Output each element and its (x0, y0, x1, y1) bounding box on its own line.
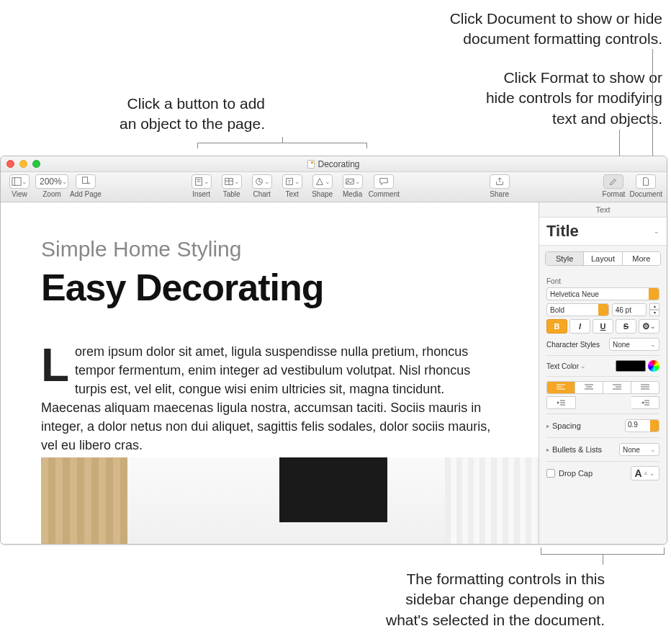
bullets-label: Bullets & Lists (552, 445, 602, 454)
media-button[interactable]: ⌄ Media (338, 174, 367, 198)
outdent-button[interactable] (546, 396, 576, 409)
text-button[interactable]: T⌄ Text (278, 174, 307, 198)
align-center-button[interactable] (575, 381, 603, 394)
table-button[interactable]: ⌄ Table (217, 174, 246, 198)
view-label: View (12, 190, 27, 198)
align-right-icon (613, 384, 621, 391)
paragraph-style-name: Title (546, 222, 579, 241)
document-icon (641, 176, 651, 187)
media-icon (345, 176, 355, 187)
body-paragraph[interactable]: orem ipsum dolor sit amet, ligula suspen… (41, 344, 490, 452)
align-justify-button[interactable] (631, 381, 659, 394)
svg-marker-13 (316, 179, 323, 185)
media-label: Media (343, 190, 362, 198)
toolbar: ⌄ View 200%⌄ Zoom + Add Page ⌄ Insert ⌄ … (1, 172, 667, 202)
text-label: Text (285, 190, 298, 198)
add-page-button[interactable]: + Add Page (70, 174, 102, 198)
bullets-disclosure[interactable]: ▸Bullets & Lists (546, 445, 602, 454)
chart-label: Chart (253, 190, 270, 198)
callout-format: Click Format to show orhide controls for… (445, 68, 662, 129)
add-page-label: Add Page (70, 190, 102, 198)
indent-spacer (576, 396, 631, 409)
tab-style[interactable]: Style (546, 252, 583, 265)
character-styles-value: None (613, 341, 630, 349)
share-button[interactable]: Share (485, 174, 514, 198)
document-label: Document (629, 190, 662, 198)
callout-bracket-toolbar (197, 143, 367, 148)
paragraph-style-picker[interactable]: Title ⌄ (539, 218, 667, 246)
spacing-disclosure[interactable]: ▸Spacing (546, 421, 581, 430)
document-page[interactable]: Simple Home Styling Easy Decorating Lore… (1, 202, 539, 544)
page-subtitle[interactable]: Simple Home Styling (41, 237, 498, 261)
tab-layout[interactable]: Layout (583, 252, 621, 265)
svg-text:T: T (287, 179, 291, 184)
document-button[interactable]: Document (629, 174, 662, 198)
text-color-swatch[interactable] (616, 360, 646, 372)
italic-button[interactable]: I (569, 319, 590, 334)
shape-button[interactable]: ⌄ Shape (308, 174, 337, 198)
comment-button[interactable]: Comment (369, 174, 400, 198)
app-window: Decorating ⌄ View 200%⌄ Zoom + Add Page … (0, 156, 667, 545)
callout-bracket-stem (282, 137, 283, 143)
zoom-label: Zoom (42, 190, 61, 198)
divider (546, 461, 659, 462)
align-left-button[interactable] (546, 381, 575, 394)
view-button[interactable]: ⌄ View (5, 174, 34, 198)
titlebar: Decorating (1, 156, 667, 172)
alignment-row (546, 381, 659, 394)
character-styles-field[interactable]: None⌄ (609, 338, 659, 351)
format-icon (608, 176, 618, 187)
spacing-label: Spacing (552, 421, 581, 430)
shape-icon (315, 176, 325, 187)
page-body[interactable]: Lorem ipsum dolor sit amet, ligula suspe… (41, 342, 498, 455)
dropcap-checkbox[interactable] (546, 469, 555, 478)
underline-button[interactable]: U (593, 319, 613, 334)
sidebar-icon (12, 176, 22, 187)
format-label: Format (603, 190, 626, 198)
image-panel-room (127, 457, 539, 544)
table-icon (224, 176, 234, 187)
zoom-button[interactable]: 200%⌄ Zoom (35, 174, 68, 198)
font-weight-value: Bold (550, 306, 564, 314)
font-weight-field[interactable]: Bold (546, 303, 609, 316)
indent-button[interactable] (631, 396, 660, 409)
bold-button[interactable]: B (546, 319, 567, 334)
svg-rect-0 (12, 178, 21, 186)
chevron-down-icon: ⌄ (654, 228, 659, 235)
font-section-label: Font (546, 277, 659, 285)
dropcap-label: Drop Cap (559, 469, 593, 478)
svg-text:+: + (88, 181, 91, 186)
share-label: Share (490, 190, 509, 198)
color-wheel-icon[interactable] (648, 360, 659, 372)
indent-row (546, 396, 659, 409)
strikethrough-button[interactable]: S (616, 319, 636, 334)
align-center-icon (585, 384, 593, 391)
add-page-icon: + (81, 176, 91, 187)
font-size-stepper[interactable]: ▴▾ (649, 303, 659, 316)
share-icon (495, 176, 505, 187)
callout-line-document (652, 49, 653, 167)
bullets-value: None (623, 446, 640, 454)
tab-more[interactable]: More (622, 252, 660, 265)
font-size-field[interactable]: 46 pt (612, 303, 647, 316)
spacing-field[interactable]: 0.9 (625, 419, 659, 432)
font-family-field[interactable]: Helvetica Neue (546, 287, 659, 300)
align-left-icon (557, 384, 565, 391)
format-button[interactable]: Format (599, 174, 628, 198)
page-headline[interactable]: Easy Decorating (41, 266, 498, 309)
format-sidebar: Text Title ⌄ Style Layout More Font Helv… (539, 202, 667, 544)
window-title-text: Decorating (318, 159, 359, 169)
dropcap-style-picker[interactable]: A ≡ ⌄ (631, 466, 659, 480)
font-family-value: Helvetica Neue (550, 290, 599, 298)
bullets-field[interactable]: None⌄ (619, 443, 659, 456)
dropcap-preview-icon: A (635, 468, 642, 479)
text-icon: T (284, 176, 294, 187)
comment-label: Comment (369, 190, 400, 198)
insert-button[interactable]: ⌄ Insert (187, 174, 216, 198)
divider (546, 376, 659, 377)
font-advanced-button[interactable]: ⚙⌄ (639, 319, 659, 334)
callout-sidebar: The formatting controls in thissidebar c… (245, 569, 605, 630)
chart-button[interactable]: ⌄ Chart (248, 174, 276, 198)
page-image[interactable] (41, 457, 539, 544)
align-right-button[interactable] (603, 381, 631, 394)
